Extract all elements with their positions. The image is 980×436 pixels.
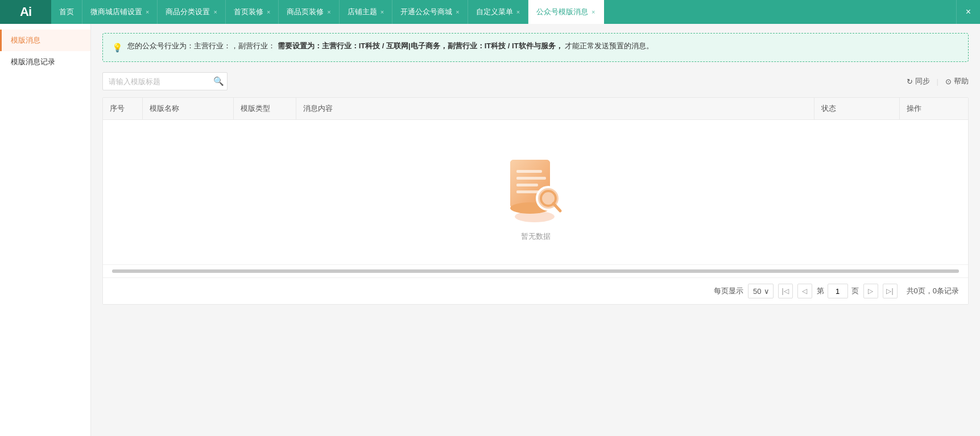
svg-rect-4 bbox=[516, 170, 542, 173]
sidebar-item-template-record[interactable]: 模版消息记录 bbox=[0, 51, 90, 73]
tab-store-theme[interactable]: 店铺主题× bbox=[340, 0, 392, 24]
empty-state: 暂无数据 bbox=[103, 120, 968, 264]
page-input-wrap: 第 页 bbox=[817, 284, 859, 298]
page-unit: 页 bbox=[851, 286, 859, 296]
content-area: 💡 您的公众号行业为：主营行业：，副营行业： 需要设置为：主营行业：IT科技 /… bbox=[91, 24, 980, 436]
per-page-select[interactable]: 50 ∨ bbox=[748, 284, 773, 298]
search-actions: ↻ 同步 | ⊙ 帮助 bbox=[907, 76, 969, 86]
total-info: 共0页，0条记录 bbox=[907, 286, 959, 296]
tab-category-settings[interactable]: 商品分类设置× bbox=[158, 0, 225, 24]
empty-illustration bbox=[502, 154, 570, 222]
search-bar: 🔍 ↻ 同步 | ⊙ 帮助 bbox=[102, 72, 969, 90]
page-label: 第 bbox=[817, 286, 824, 296]
close-all-button[interactable]: × bbox=[956, 0, 980, 24]
next-page-button[interactable]: ▷ bbox=[863, 284, 878, 298]
scrollbar-thumb[interactable] bbox=[112, 269, 959, 273]
sidebar: 模版消息 模版消息记录 bbox=[0, 24, 91, 436]
empty-text: 暂无数据 bbox=[521, 231, 551, 242]
first-page-button[interactable]: |◁ bbox=[778, 284, 793, 298]
notice-banner: 💡 您的公众号行业为：主营行业：，副营行业： 需要设置为：主营行业：IT科技 /… bbox=[102, 33, 969, 62]
table-header: 序号 模版名称 模版类型 消息内容 状态 操作 bbox=[103, 98, 968, 120]
tab-custom-menu[interactable]: 自定义菜单× bbox=[468, 0, 528, 24]
tab-close-product-decor[interactable]: × bbox=[327, 9, 330, 15]
col-action: 操作 bbox=[900, 98, 968, 119]
app-logo: Ai bbox=[0, 0, 51, 24]
col-status: 状态 bbox=[814, 98, 900, 119]
pagination: 每页显示 50 ∨ |◁ ◁ 第 页 ▷ ▷| 共0页，0条记录 bbox=[103, 277, 968, 304]
tab-close-category-settings[interactable]: × bbox=[213, 9, 217, 15]
topbar: Ai 首页微商城店铺设置×商品分类设置×首页装修×商品页装修×店铺主题×开通公众… bbox=[0, 0, 980, 24]
prev-page-button[interactable]: ◁ bbox=[797, 284, 812, 298]
tab-template-msg[interactable]: 公众号模版消息× bbox=[528, 0, 603, 24]
tab-product-decor[interactable]: 商品页装修× bbox=[279, 0, 339, 24]
notice-icon: 💡 bbox=[112, 41, 123, 55]
search-button[interactable]: 🔍 bbox=[209, 72, 228, 90]
tab-list: 首页微商城店铺设置×商品分类设置×首页装修×商品页装修×店铺主题×开通公众号商城… bbox=[51, 0, 956, 24]
svg-rect-5 bbox=[516, 177, 546, 180]
help-icon: ⊙ bbox=[945, 77, 952, 86]
sync-button[interactable]: ↻ 同步 bbox=[907, 76, 930, 86]
page-input[interactable] bbox=[828, 284, 848, 298]
tab-home-decor[interactable]: 首页装修× bbox=[226, 0, 279, 24]
table-scrollbar[interactable] bbox=[103, 264, 968, 277]
tab-close-home-decor[interactable]: × bbox=[267, 9, 270, 15]
empty-icon bbox=[502, 154, 570, 222]
notice-text: 您的公众号行业为：主营行业：，副营行业： 需要设置为：主营行业：IT科技 / 互… bbox=[127, 40, 654, 52]
tab-close-custom-menu[interactable]: × bbox=[516, 9, 520, 15]
col-index: 序号 bbox=[103, 98, 143, 119]
tab-open-mall[interactable]: 开通公众号商城× bbox=[392, 0, 468, 24]
col-name: 模版名称 bbox=[143, 98, 234, 119]
data-table: 序号 模版名称 模版类型 消息内容 状态 操作 bbox=[102, 97, 969, 305]
main-layout: 模版消息 模版消息记录 💡 您的公众号行业为：主营行业：，副营行业： 需要设置为… bbox=[0, 24, 980, 436]
col-content: 消息内容 bbox=[296, 98, 814, 119]
tab-close-store-theme[interactable]: × bbox=[381, 9, 384, 15]
search-input-wrap: 🔍 bbox=[102, 72, 228, 90]
search-input[interactable] bbox=[102, 72, 228, 90]
tab-store-settings[interactable]: 微商城店铺设置× bbox=[82, 0, 158, 24]
tab-close-store-settings[interactable]: × bbox=[146, 9, 149, 15]
last-page-button[interactable]: ▷| bbox=[883, 284, 898, 298]
sidebar-item-template-message[interactable]: 模版消息 bbox=[0, 30, 90, 51]
sync-icon: ↻ bbox=[907, 77, 913, 86]
tab-close-template-msg[interactable]: × bbox=[592, 9, 595, 15]
per-page-label: 每页显示 bbox=[714, 286, 743, 296]
chevron-down-icon: ∨ bbox=[764, 287, 770, 296]
tab-close-open-mall[interactable]: × bbox=[456, 9, 459, 15]
action-divider: | bbox=[937, 77, 938, 86]
col-type: 模版类型 bbox=[234, 98, 296, 119]
tab-home[interactable]: 首页 bbox=[51, 0, 82, 24]
svg-rect-6 bbox=[516, 184, 538, 186]
help-button[interactable]: ⊙ 帮助 bbox=[945, 76, 969, 86]
scrollbar-track[interactable] bbox=[112, 269, 959, 273]
